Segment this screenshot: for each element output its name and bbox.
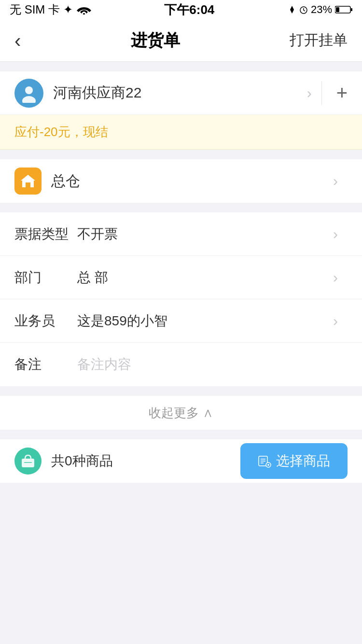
person-icon [19, 84, 39, 103]
back-button[interactable]: ‹ [14, 31, 21, 50]
invoice-type-value: 不开票 [77, 225, 333, 243]
remark-row[interactable]: 备注 备注内容 [0, 343, 362, 386]
svg-rect-3 [351, 8, 352, 11]
house-icon [20, 173, 36, 189]
supplier-avatar [14, 79, 43, 108]
notice-text: 应付-20元，现结 [14, 125, 108, 139]
wifi-icon [77, 5, 91, 14]
form-section: 票据类型 不开票 › 部门 总 部 › 业务员 这是859的小智 › 备注 备注… [0, 212, 362, 386]
nav-bar: ‹ 进货单 打开挂单 [0, 19, 362, 62]
warehouse-section[interactable]: 总仓 › [0, 159, 362, 203]
collapse-label: 收起更多 ∧ [149, 405, 213, 421]
svg-rect-8 [22, 459, 34, 467]
salesperson-row[interactable]: 业务员 这是859的小智 › [0, 299, 362, 343]
supplier-chevron-icon: › [307, 85, 312, 101]
department-value: 总 部 [77, 268, 333, 287]
alarm-icon [299, 5, 308, 14]
remark-input[interactable]: 备注内容 [77, 355, 348, 374]
page-title: 进货单 [131, 29, 180, 52]
status-time: 下午6:04 [164, 1, 214, 18]
bag-icon [20, 453, 36, 469]
supplier-name[interactable]: 河南供应商22 [53, 83, 307, 103]
svg-rect-4 [336, 7, 339, 12]
select-product-icon [258, 454, 271, 468]
location-icon [288, 5, 296, 14]
warehouse-icon [14, 168, 42, 195]
open-pending-button[interactable]: 打开挂单 [290, 30, 348, 50]
department-label: 部门 [14, 268, 77, 287]
divider [321, 81, 322, 105]
warehouse-name: 总仓 [51, 171, 333, 191]
status-right: 23% [288, 3, 352, 16]
svg-point-5 [25, 86, 33, 94]
salesperson-label: 业务员 [14, 312, 77, 330]
invoice-type-label: 票据类型 [14, 225, 77, 243]
add-supplier-button[interactable]: + [336, 82, 348, 104]
salesperson-chevron-icon: › [333, 313, 338, 329]
salesperson-value: 这是859的小智 [77, 312, 333, 330]
invoice-type-chevron-icon: › [333, 226, 338, 242]
sim-status: 无 SIM 卡 ✦ [10, 2, 73, 17]
select-product-label: 选择商品 [276, 452, 330, 470]
notice-bar: 应付-20元，现结 [0, 115, 362, 150]
svg-rect-7 [26, 182, 30, 187]
battery-percent: 23% [311, 3, 332, 16]
select-product-button[interactable]: 选择商品 [240, 443, 348, 479]
department-row[interactable]: 部门 总 部 › [0, 256, 362, 299]
svg-point-0 [83, 13, 85, 14]
product-icon [14, 448, 42, 475]
collapse-row[interactable]: 收起更多 ∧ [0, 396, 362, 430]
svg-point-6 [22, 96, 36, 103]
invoice-type-row[interactable]: 票据类型 不开票 › [0, 212, 362, 256]
warehouse-chevron-icon: › [333, 173, 338, 189]
status-left: 无 SIM 卡 ✦ [10, 2, 91, 17]
bottom-bar: 共0种商品 选择商品 [0, 439, 362, 483]
supplier-section: 河南供应商22 › + [0, 71, 362, 115]
status-bar: 无 SIM 卡 ✦ 下午6:04 23% [0, 0, 362, 19]
product-count: 共0种商品 [51, 452, 240, 470]
section-gap-1 [0, 62, 362, 71]
department-chevron-icon: › [333, 269, 338, 286]
battery-icon [335, 5, 352, 14]
remark-label: 备注 [14, 355, 77, 374]
